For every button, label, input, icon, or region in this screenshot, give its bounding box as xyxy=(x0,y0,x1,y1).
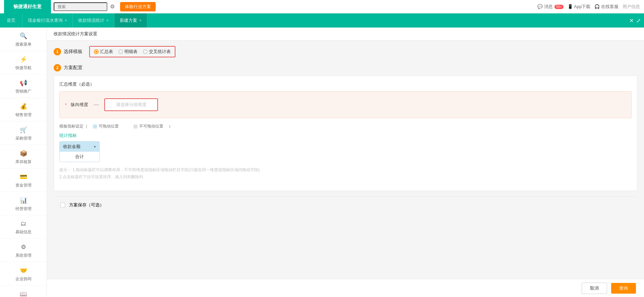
settings-icon[interactable]: ⚙ xyxy=(110,3,115,10)
tab-collection-label: 收款情况统计 xyxy=(78,17,104,23)
tab-window-close-icon[interactable]: ✕ xyxy=(629,17,634,24)
tab-window-expand-icon[interactable]: ⤢ xyxy=(636,17,641,24)
system-icon: ⚙ xyxy=(21,243,26,251)
tab-cashflow-label: 现金银行流水查询 xyxy=(28,17,63,23)
metrics-header-label: 收款金额 xyxy=(63,144,80,150)
sidebar-item-guide[interactable]: 📖 新手引导 xyxy=(0,286,47,297)
dim-sub-label: 汇总维度（必选） xyxy=(59,81,632,87)
sidebar-item-inventory-label: 库存核算 xyxy=(15,159,32,165)
topbar-icons: 💬 消息 99+ 📱 App下载 🎧 在线客服 用户信息 xyxy=(537,4,640,10)
dim-placeholder: 请选择分组维度 xyxy=(116,102,147,107)
sidebar-item-quicknav-label: 快捷导航 xyxy=(15,65,32,71)
legend-fixed: 不可拖动位置 xyxy=(133,123,163,129)
save-checkbox[interactable] xyxy=(60,203,65,207)
metrics-legend: 模板指标设定（ 可拖动位置 不可拖动位置 ） xyxy=(59,123,632,129)
tab-newplan-label: 新建方案 xyxy=(120,17,137,23)
bottom-actions: 取消 查询 xyxy=(47,279,644,297)
brand-name: 畅捷通好生意 xyxy=(13,4,42,10)
tab-collection[interactable]: 收款情况统计 × xyxy=(73,13,114,28)
radio-cross[interactable]: 交叉统计表 xyxy=(143,49,171,55)
sidebar-item-system[interactable]: ⚙ 系统管理 xyxy=(0,239,47,262)
radio-detail[interactable]: 明细表 xyxy=(118,49,138,55)
sidebar-item-marketing[interactable]: 📢 营销推广 xyxy=(0,75,47,98)
metrics-header-row[interactable]: 收款金额 ▾ xyxy=(60,142,99,152)
guide-icon: 📖 xyxy=(20,290,27,297)
sidebar-item-sales-label: 销售管理 xyxy=(15,112,32,118)
sidebar-item-sales[interactable]: 💰 销售管理 xyxy=(0,98,47,121)
tab-cashflow[interactable]: 现金银行流水查询 × xyxy=(22,13,73,28)
sidebar-item-finance[interactable]: 💳 资金管理 xyxy=(0,168,47,192)
sidebar-item-quicknav[interactable]: ⚡ 快捷导航 xyxy=(0,51,47,75)
metrics-legend-close: ） xyxy=(169,123,173,129)
sidebar: 🔍 搜索菜单 ⚡ 快捷导航 📢 营销推广 💰 销售管理 🛒 采购管理 📦 库存核… xyxy=(0,28,47,297)
service-label[interactable]: 🎧 在线客服 xyxy=(594,4,619,10)
section2-row: 2 方案配置 xyxy=(54,64,637,71)
sidebar-item-marketing-label: 营销推广 xyxy=(15,89,32,94)
form-area: 1 选择模板 汇总表 明细表 交叉统计表 xyxy=(47,41,644,279)
required-marker: * xyxy=(65,102,67,107)
content-area: 收款情况统计方案设置 1 选择模板 汇总表 明细表 xyxy=(47,28,644,297)
sidebar-item-management[interactable]: 📊 经营管理 xyxy=(0,192,47,215)
download-label[interactable]: 📱 App下载 xyxy=(568,4,590,10)
message-label[interactable]: 💬 消息 99+ xyxy=(537,4,564,10)
tab-collection-close[interactable]: × xyxy=(106,18,109,23)
sidebar-item-purchase-label: 采购管理 xyxy=(15,136,32,141)
tab-newplan-close[interactable]: × xyxy=(139,18,142,23)
radio-detail-label: 明细表 xyxy=(124,49,138,55)
trial-button[interactable]: 体验行业方案 xyxy=(120,2,156,11)
metrics-section-label: 统计指标 xyxy=(59,133,632,139)
query-button[interactable]: 查询 xyxy=(611,283,636,294)
section2-label: 方案配置 xyxy=(64,65,83,71)
user-info[interactable]: 用户信息 xyxy=(623,4,640,10)
sidebar-item-system-label: 系统管理 xyxy=(15,253,32,258)
quicknav-icon: ⚡ xyxy=(20,56,27,63)
tab-bar: 首页 现金银行流水查询 × 收款情况统计 × 新建方案 × ✕ ⤢ xyxy=(0,13,644,28)
config-section: 汇总维度（必选） * 纵向维度 — 请选择分组维度 模板指标设定（ xyxy=(54,76,637,191)
section2-num: 2 xyxy=(54,64,61,71)
radio-summary-label: 汇总表 xyxy=(100,49,113,55)
dim-select-box[interactable]: 请选择分组维度 xyxy=(104,98,158,111)
page-title: 收款情况统计方案设置 xyxy=(47,28,644,41)
dimension-area: * 纵向维度 — 请选择分组维度 xyxy=(59,91,632,118)
basic-icon: 🗂 xyxy=(20,220,26,227)
tabbar-right-controls: ✕ ⤢ xyxy=(629,17,644,24)
cancel-button[interactable]: 取消 xyxy=(582,283,607,294)
radio-summary[interactable]: 汇总表 xyxy=(94,49,113,55)
tab-newplan[interactable]: 新建方案 × xyxy=(114,13,147,28)
radio-summary-dot xyxy=(94,49,99,54)
sidebar-item-collab-label: 企业协同 xyxy=(15,276,32,282)
sidebar-item-basic[interactable]: 🗂 基础信息 xyxy=(0,215,47,239)
sidebar-item-management-label: 经营管理 xyxy=(15,206,32,212)
marketing-icon: 📢 xyxy=(20,79,27,87)
management-icon: 📊 xyxy=(20,197,27,204)
sidebar-item-collab[interactable]: 🤝 企业协同 xyxy=(0,262,47,286)
search-input[interactable] xyxy=(54,2,107,11)
sales-icon: 💰 xyxy=(20,103,27,110)
metrics-table: 收款金额 ▾ 合计 xyxy=(59,141,100,162)
collab-icon: 🤝 xyxy=(20,267,27,274)
dimension-row: * 纵向维度 — 请选择分组维度 xyxy=(65,98,626,111)
message-badge: 99+ xyxy=(554,5,564,9)
dim-label: 纵向维度 xyxy=(71,102,88,108)
section1-label: 选择模板 xyxy=(64,49,83,55)
sidebar-item-inventory[interactable]: 📦 库存核算 xyxy=(0,145,47,168)
legend-movable: 可拖动位置 xyxy=(93,123,119,129)
radio-cross-dot xyxy=(143,49,148,54)
sidebar-item-search-label: 搜索菜单 xyxy=(15,42,32,47)
finance-icon: 💳 xyxy=(20,173,27,181)
purchase-icon: 🛒 xyxy=(20,126,27,134)
sidebar-item-purchase[interactable]: 🛒 采购管理 xyxy=(0,121,47,145)
movable-dot xyxy=(93,125,97,129)
chevron-down-icon[interactable]: ▾ xyxy=(94,145,96,149)
template-radio-group: 汇总表 明细表 交叉统计表 xyxy=(89,46,175,57)
footer-bar: 方案保存（可选） xyxy=(54,196,637,213)
sidebar-item-basic-label: 基础信息 xyxy=(15,229,32,235)
sidebar-item-finance-label: 资金管理 xyxy=(15,183,32,188)
main-layout: 🔍 搜索菜单 ⚡ 快捷导航 📢 营销推广 💰 销售管理 🛒 采购管理 📦 库存核… xyxy=(0,28,644,297)
tab-cashflow-close[interactable]: × xyxy=(65,18,67,23)
section1-num: 1 xyxy=(54,48,61,55)
tab-home[interactable]: 首页 xyxy=(0,13,22,28)
metrics-cell-total: 合计 xyxy=(60,152,99,162)
save-label: 方案保存（可选） xyxy=(69,202,104,208)
sidebar-item-search[interactable]: 🔍 搜索菜单 xyxy=(0,28,47,51)
